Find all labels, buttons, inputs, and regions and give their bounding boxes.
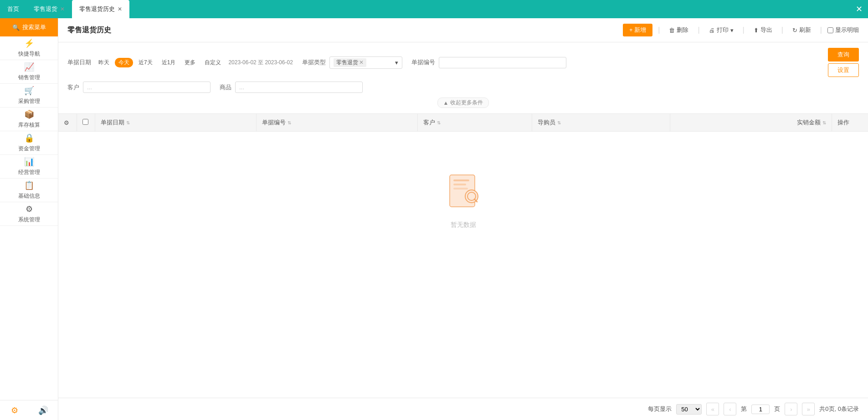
sidebar-item-inventory[interactable]: 📦 库存核算	[0, 108, 58, 131]
th-date-sort-icon: ⇅	[126, 120, 130, 125]
sidebar-audio-icon: 🔊	[38, 405, 48, 415]
tab-retail-return-history[interactable]: 零售退货历史 ✕	[72, 0, 129, 18]
th-actions: 操作	[832, 114, 868, 132]
collapse-label: 收起更多条件	[450, 99, 483, 107]
delete-label: 删除	[677, 26, 688, 34]
display-checkbox[interactable]	[827, 27, 833, 33]
purchase-icon: 🛒	[24, 86, 34, 96]
export-button[interactable]: ⬆ 导出	[750, 24, 776, 36]
sidebar-item-sales[interactable]: 📈 销售管理	[0, 60, 58, 84]
th-date[interactable]: 单据日期 ⇅	[95, 114, 256, 132]
select-all-checkbox[interactable]	[82, 119, 88, 125]
th-checkbox[interactable]	[77, 114, 95, 132]
action-divider-1: |	[658, 26, 660, 34]
th-amount-sort-icon: ⇅	[822, 120, 826, 125]
refresh-icon: ↻	[792, 27, 797, 34]
new-button[interactable]: + 新增	[623, 24, 652, 36]
sidebar-settings-button[interactable]: ⚙	[5, 401, 24, 420]
svg-rect-3	[453, 188, 468, 190]
window-close-button[interactable]: ✕	[850, 0, 868, 18]
svg-rect-2	[453, 184, 466, 185]
next-page-button[interactable]: ›	[785, 403, 797, 415]
voucher-no-input[interactable]	[439, 57, 566, 68]
date-btn-1month[interactable]: 近1月	[158, 58, 180, 67]
th-customer[interactable]: 客户 ⇅	[418, 114, 532, 132]
th-setting[interactable]: ⚙	[58, 114, 77, 132]
th-amount[interactable]: 实销金额 ⇅	[670, 114, 832, 132]
action-divider-5: |	[820, 26, 822, 34]
sidebar-audio-button[interactable]: 🔊	[34, 401, 52, 420]
goods-input[interactable]: ...	[235, 82, 363, 93]
display-label: 显示明细	[835, 26, 859, 34]
customer-input[interactable]: ...	[83, 82, 211, 93]
setting-icon: ⚙	[64, 119, 69, 126]
sidebar-item-sales-label: 销售管理	[18, 74, 40, 82]
tab-retail-return-label: 零售退货	[34, 5, 57, 13]
collapse-button[interactable]: ▲ 收起更多条件	[437, 97, 489, 108]
table-footer: 每页显示 50 10 20 100 « ‹ 第 页 › » 共0页, 0条记录	[58, 398, 868, 420]
content-area: 零售退货历史 + 新增 | 🗑 删除 | 🖨 打印 ▾ | ⬆ 导出	[58, 18, 868, 420]
sidebar-item-finance[interactable]: 🔒 资金管理	[0, 131, 58, 155]
sidebar-item-quick-nav[interactable]: ⚡ 快捷导航	[0, 36, 58, 60]
sidebar-item-system[interactable]: ⚙ 系统管理	[0, 202, 58, 226]
delete-button[interactable]: 🗑 删除	[665, 24, 692, 36]
per-page-select[interactable]: 50 10 20 100	[676, 404, 702, 415]
query-set-group: 查询 设置	[828, 48, 859, 77]
basic-info-icon: 📋	[24, 180, 34, 190]
management-icon: 📊	[24, 157, 34, 167]
set-button[interactable]: 设置	[828, 63, 859, 77]
tab-retail-return[interactable]: 零售退货 ✕	[26, 0, 72, 18]
total-label: 共0页, 0条记录	[819, 405, 859, 413]
voucher-type-select[interactable]: 零售退货 ✕ ▾	[329, 56, 402, 69]
tab-retail-return-close[interactable]: ✕	[60, 6, 65, 12]
th-amount-label: 实销金额	[797, 118, 821, 127]
finance-icon: 🔒	[24, 133, 34, 143]
refresh-button[interactable]: ↻ 刷新	[789, 24, 815, 36]
print-button[interactable]: 🖨 打印 ▾	[705, 24, 737, 36]
inventory-icon: 📦	[24, 109, 34, 119]
sidebar-item-quick-nav-label: 快捷导航	[18, 50, 40, 58]
tab-retail-return-history-close[interactable]: ✕	[118, 6, 122, 12]
empty-text: 暂无数据	[451, 221, 476, 229]
voucher-type-tag-close[interactable]: ✕	[359, 59, 364, 66]
sidebar-search[interactable]: 🔍 搜索菜单	[0, 18, 58, 36]
date-btn-7days[interactable]: 近7天	[135, 58, 156, 67]
date-buttons: 昨天 今天 近7天 近1月 更多 自定义	[95, 58, 225, 67]
customer-placeholder: ...	[87, 84, 92, 91]
sidebar-item-management[interactable]: 📊 经营管理	[0, 155, 58, 179]
goods-placeholder: ...	[239, 84, 244, 91]
page-label: 第	[741, 405, 747, 413]
tab-home[interactable]: 首页	[0, 0, 26, 18]
sidebar-item-basic-info-label: 基础信息	[18, 192, 40, 200]
sidebar-item-purchase[interactable]: 🛒 采购管理	[0, 84, 58, 108]
date-filter-group: 单据日期 昨天 今天 近7天 近1月 更多 自定义 2023-06-02 至 2…	[67, 58, 293, 67]
empty-state-icon	[441, 168, 486, 214]
customer-label: 客户	[67, 83, 79, 92]
sales-icon: 📈	[24, 62, 34, 72]
th-no[interactable]: 单据编号 ⇅	[256, 114, 417, 132]
date-btn-custom[interactable]: 自定义	[201, 58, 225, 67]
date-btn-more[interactable]: 更多	[181, 58, 199, 67]
table-header: ⚙ 单据日期 ⇅ 单据编号	[58, 114, 868, 132]
sidebar-item-basic-info[interactable]: 📋 基础信息	[0, 179, 58, 202]
date-btn-today[interactable]: 今天	[115, 58, 133, 67]
first-page-button[interactable]: «	[706, 403, 719, 415]
sidebar: 🔍 搜索菜单 ⚡ 快捷导航 📈 销售管理 🛒 采购管理 📦 库存核算 🔒	[0, 18, 58, 420]
th-customer-label: 客户	[423, 118, 435, 127]
delete-icon: 🗑	[669, 27, 675, 34]
sidebar-item-inventory-label: 库存核算	[18, 121, 40, 129]
th-guide[interactable]: 导购员 ⇅	[532, 114, 670, 132]
th-actions-label: 操作	[837, 119, 849, 126]
prev-page-button[interactable]: ‹	[724, 403, 736, 415]
tab-home-label: 首页	[7, 5, 19, 13]
query-button[interactable]: 查询	[828, 48, 859, 61]
th-guide-label: 导购员	[538, 118, 555, 127]
header-actions: + 新增 | 🗑 删除 | 🖨 打印 ▾ | ⬆ 导出 |	[623, 24, 859, 36]
last-page-button[interactable]: »	[802, 403, 815, 415]
search-icon: 🔍	[12, 24, 20, 31]
table-area: ⚙ 单据日期 ⇅ 单据编号	[58, 114, 868, 398]
page-input[interactable]	[751, 405, 770, 414]
date-btn-yesterday[interactable]: 昨天	[95, 58, 113, 67]
collapse-icon: ▲	[443, 100, 449, 106]
display-toggle[interactable]: 显示明细	[827, 26, 859, 34]
